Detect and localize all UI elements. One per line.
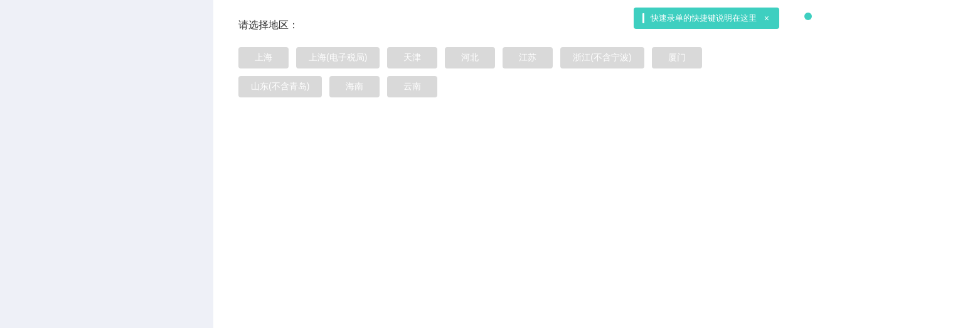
tooltip-bar [642, 13, 644, 23]
region-btn-xiamen[interactable]: 厦门 [652, 47, 702, 68]
region-btn-zhejiang[interactable]: 浙江(不含宁波) [560, 47, 644, 68]
region-btn-tianjin[interactable]: 天津 [387, 47, 437, 68]
region-btn-hainan[interactable]: 海南 [329, 76, 380, 97]
tooltip-banner: 快速录单的快捷键说明在这里 × [634, 8, 779, 29]
left-sidebar [0, 0, 213, 328]
tooltip-close-button[interactable]: × [763, 13, 770, 23]
tooltip-dot-indicator [804, 13, 812, 20]
region-row-1: 上海上海(电子税局)天津河北江苏浙江(不含宁波)厦门 [238, 47, 955, 68]
region-btn-shanghai[interactable]: 上海 [238, 47, 289, 68]
tooltip-text: 快速录单的快捷键说明在这里 [651, 13, 757, 24]
region-btn-yunnan[interactable]: 云南 [387, 76, 437, 97]
region-btn-shandong[interactable]: 山东(不含青岛) [238, 76, 322, 97]
region-btn-shanghai-etax[interactable]: 上海(电子税局) [296, 47, 380, 68]
region-row-2: 山东(不含青岛)海南云南 [238, 76, 955, 97]
page-title: 请选择地区： [238, 19, 955, 32]
region-btn-hebei[interactable]: 河北 [445, 47, 495, 68]
main-content: 请选择地区： 上海上海(电子税局)天津河北江苏浙江(不含宁波)厦门 山东(不含青… [213, 0, 980, 328]
region-btn-jiangsu[interactable]: 江苏 [503, 47, 553, 68]
